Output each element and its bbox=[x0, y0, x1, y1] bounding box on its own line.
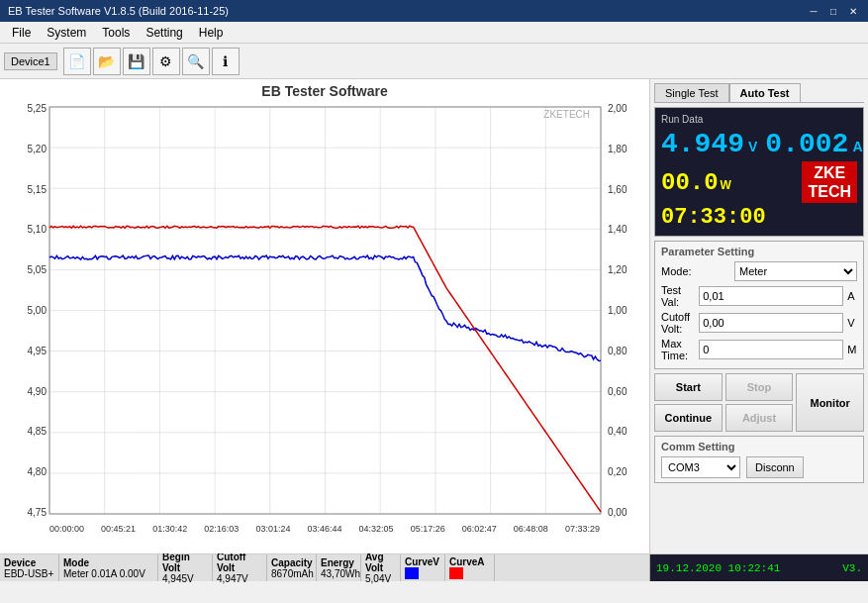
col-capacity: Capacity 8670mAh bbox=[267, 554, 317, 581]
power-value: 00.0 bbox=[661, 169, 719, 196]
zke-logo-line2: TECH bbox=[808, 182, 851, 201]
status-right: 19.12.2020 10:22:41 V3. bbox=[650, 554, 868, 581]
toolbar: Device1 📄 📂 💾 ⚙ 🔍 ℹ bbox=[0, 44, 868, 79]
power-time-row: 00.0 W ZKE TECH bbox=[661, 161, 857, 203]
open-button[interactable]: 📂 bbox=[93, 48, 121, 75]
test-val-input[interactable] bbox=[699, 286, 843, 306]
settings-button[interactable]: ⚙ bbox=[152, 48, 180, 75]
zke-logo-line1: ZKE bbox=[808, 163, 851, 182]
test-val-row: Test Val: A bbox=[661, 284, 857, 308]
col-header-mode: Mode bbox=[63, 557, 145, 568]
comm-title: Comm Setting bbox=[661, 441, 857, 452]
row-mode: Meter 0.01A 0.00V bbox=[63, 568, 145, 579]
power-unit: W bbox=[721, 178, 731, 192]
action-buttons: Start Stop Monitor Continue Adjust bbox=[654, 373, 864, 432]
close-button[interactable]: ✕ bbox=[846, 4, 860, 18]
col-avg-volt: Avg Volt 5,04V bbox=[361, 554, 401, 581]
col-cutoff-volt: Cutoff Volt 4,947V bbox=[213, 554, 267, 581]
current-unit: A bbox=[852, 139, 862, 154]
mode-select[interactable]: Meter Charge Discharge bbox=[734, 261, 857, 281]
comm-port-select[interactable]: COM3 COM1 COM2 COM4 bbox=[661, 456, 740, 478]
voltage-unit: V bbox=[748, 139, 757, 154]
status-bar: Device EBD-USB+ Mode Meter 0.01A 0.00V B… bbox=[0, 553, 868, 581]
col-header-begin-volt: Begin Volt bbox=[162, 552, 208, 573]
mode-row: Mode: Meter Charge Discharge bbox=[661, 261, 857, 281]
col-header-capacity: Capacity bbox=[271, 557, 314, 568]
curve-a-color bbox=[449, 567, 463, 579]
col-begin-volt: Begin Volt 4,945V bbox=[158, 554, 213, 581]
comm-controls: COM3 COM1 COM2 COM4 Disconn bbox=[661, 456, 857, 478]
max-time-unit: M bbox=[847, 344, 857, 355]
current-value: 0.002 bbox=[765, 129, 848, 159]
title-bar: EB Tester Software V1.8.5 (Build 2016-11… bbox=[0, 0, 868, 22]
row-begin-volt: 4,945V bbox=[162, 573, 208, 584]
row-cutoff-volt: 4,947V bbox=[217, 573, 262, 584]
save-button[interactable]: 💾 bbox=[123, 48, 150, 75]
run-data-section: Run Data 4.949 V 0.002 A 00.0 W ZKE bbox=[654, 107, 864, 237]
menu-tools[interactable]: Tools bbox=[94, 24, 138, 42]
test-val-label: Test Val: bbox=[661, 284, 695, 308]
tab-auto-test[interactable]: Auto Test bbox=[729, 83, 801, 102]
stop-button[interactable]: Stop bbox=[725, 373, 794, 401]
max-time-input[interactable] bbox=[699, 340, 843, 359]
run-data-display: 4.949 V 0.002 A 00.0 W ZKE TECH bbox=[661, 129, 857, 230]
cutoff-volt-row: Cutoff Volt: V bbox=[661, 311, 857, 335]
right-panel: Single Test Auto Test Run Data 4.949 V 0… bbox=[650, 79, 868, 553]
col-header-curvea: CurveA bbox=[449, 556, 485, 567]
voltage-value: 4.949 bbox=[661, 129, 744, 159]
run-data-label: Run Data bbox=[661, 114, 857, 125]
table-header: Device EBD-USB+ Mode Meter 0.01A 0.00V B… bbox=[0, 554, 650, 581]
col-mode: Mode Meter 0.01A 0.00V bbox=[59, 554, 158, 581]
voltage-current-row: 4.949 V 0.002 A bbox=[661, 129, 857, 159]
time-display: 07:33:00 bbox=[661, 205, 857, 230]
col-header-energy: Energy bbox=[321, 557, 360, 568]
col-energy: Energy 43,70Wh bbox=[317, 554, 361, 581]
col-header-avg-volt: Avg Volt bbox=[365, 552, 396, 573]
col-header-cutoff-volt: Cutoff Volt bbox=[217, 552, 262, 573]
minimize-button[interactable]: ─ bbox=[807, 4, 820, 18]
zke-logo: ZKE TECH bbox=[802, 161, 857, 203]
cutoff-volt-input[interactable] bbox=[699, 313, 843, 333]
title-bar-controls: ─ □ ✕ bbox=[807, 4, 860, 18]
col-device: Device EBD-USB+ bbox=[0, 554, 59, 581]
chart-area: EB Tester Software 5,25 5,20 5,15 5,10 5… bbox=[0, 79, 650, 553]
col-curvea: CurveA bbox=[445, 554, 495, 581]
device-label: Device1 bbox=[4, 52, 57, 70]
power-display: 00.0 W bbox=[661, 169, 731, 196]
cutoff-volt-label: Cutoff Volt: bbox=[661, 311, 695, 335]
search-button[interactable]: 🔍 bbox=[182, 48, 210, 75]
menu-file[interactable]: File bbox=[4, 24, 39, 42]
monitor-button[interactable]: Monitor bbox=[796, 373, 864, 432]
status-version: V3. bbox=[842, 562, 862, 574]
param-title: Parameter Setting bbox=[661, 246, 857, 257]
main-content: EB Tester Software 5,25 5,20 5,15 5,10 5… bbox=[0, 79, 868, 553]
col-curvev: CurveV bbox=[401, 554, 445, 581]
menu-help[interactable]: Help bbox=[191, 24, 232, 42]
menu-system[interactable]: System bbox=[39, 24, 94, 42]
continue-button[interactable]: Continue bbox=[654, 404, 723, 432]
start-button[interactable]: Start bbox=[654, 373, 723, 401]
chart-canvas bbox=[0, 79, 650, 553]
cutoff-volt-unit: V bbox=[847, 317, 857, 329]
param-section: Parameter Setting Mode: Meter Charge Dis… bbox=[654, 241, 864, 369]
tabs: Single Test Auto Test bbox=[654, 83, 864, 103]
max-time-label: Max Time: bbox=[661, 338, 695, 361]
comm-section: Comm Setting COM3 COM1 COM2 COM4 Disconn bbox=[654, 436, 864, 483]
title-text: EB Tester Software V1.8.5 (Build 2016-11… bbox=[8, 5, 229, 17]
row-capacity: 8670mAh bbox=[271, 568, 314, 579]
row-avg-volt: 5,04V bbox=[365, 573, 396, 584]
maximize-button[interactable]: □ bbox=[826, 4, 840, 18]
new-button[interactable]: 📄 bbox=[63, 48, 91, 75]
test-val-unit: A bbox=[847, 290, 857, 302]
row-energy: 43,70Wh bbox=[321, 568, 360, 579]
curve-v-color bbox=[405, 567, 419, 579]
disconn-button[interactable]: Disconn bbox=[746, 456, 804, 478]
col-header-curvev: CurveV bbox=[405, 556, 439, 567]
menu-bar: File System Tools Setting Help bbox=[0, 22, 868, 44]
max-time-row: Max Time: M bbox=[661, 338, 857, 361]
menu-setting[interactable]: Setting bbox=[138, 24, 190, 42]
info-button[interactable]: ℹ bbox=[212, 48, 240, 75]
status-datetime: 19.12.2020 10:22:41 bbox=[656, 562, 780, 574]
adjust-button[interactable]: Adjust bbox=[725, 404, 794, 432]
tab-single-test[interactable]: Single Test bbox=[654, 83, 729, 102]
